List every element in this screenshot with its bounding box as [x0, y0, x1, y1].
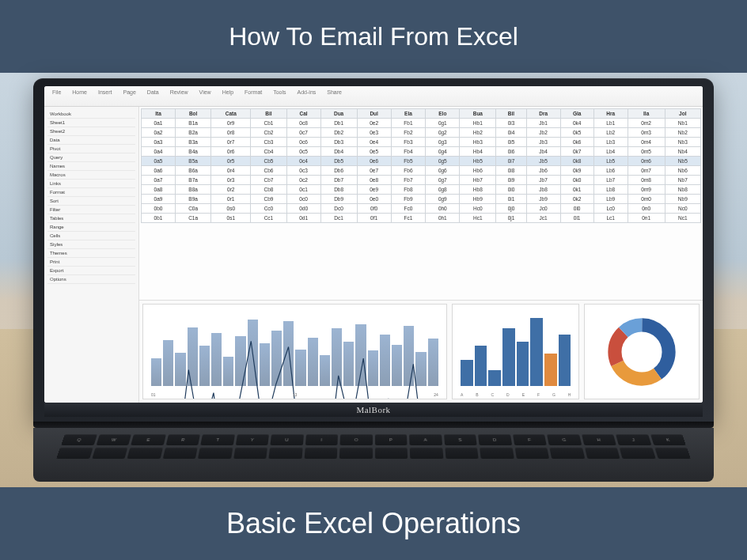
cell[interactable]: Cb7: [251, 176, 286, 185]
cell[interactable]: C1a: [175, 214, 210, 223]
cell[interactable]: Hb9: [460, 195, 496, 204]
cell[interactable]: B7a: [175, 176, 210, 185]
cell[interactable]: 0g5: [426, 157, 460, 166]
cell[interactable]: Dc1: [320, 214, 357, 223]
cell[interactable]: Db6: [320, 166, 357, 176]
cell[interactable]: Lb4: [593, 147, 628, 157]
cell[interactable]: 0g9: [426, 195, 460, 204]
cell[interactable]: Dc0: [320, 204, 357, 214]
cell[interactable]: Lb5: [593, 157, 628, 166]
column-header[interactable]: Bol: [175, 109, 210, 119]
cell[interactable]: 0e8: [357, 176, 391, 185]
cell[interactable]: 0k9: [560, 166, 593, 176]
cell[interactable]: Lb7: [593, 176, 628, 185]
cell[interactable]: 0e2: [357, 119, 391, 128]
cell[interactable]: 0g1: [426, 119, 460, 128]
cell[interactable]: 0i1: [496, 195, 526, 204]
cell[interactable]: 0i9: [496, 176, 526, 185]
cell[interactable]: Nc1: [665, 214, 700, 223]
cell[interactable]: Lb9: [593, 195, 628, 204]
cell[interactable]: Db2: [320, 128, 357, 138]
cell[interactable]: 0k8: [560, 157, 593, 166]
side-item[interactable]: Tables: [47, 214, 135, 223]
cell[interactable]: B5a: [175, 157, 210, 166]
ribbon-tab[interactable]: Page: [123, 89, 135, 103]
cell[interactable]: 0b0: [142, 204, 176, 214]
cell[interactable]: 0r3: [211, 176, 251, 185]
cell[interactable]: 0m4: [628, 138, 665, 147]
table-row[interactable]: 0b1C1a0s1Cc10d1Dc10f1Fc10h1Hc10j1Jc10l1L…: [142, 214, 701, 223]
cell[interactable]: 0s1: [211, 214, 251, 223]
cell[interactable]: 0m0: [628, 195, 665, 204]
cell[interactable]: Fb2: [391, 128, 426, 138]
cell[interactable]: Lb1: [593, 119, 628, 128]
cell[interactable]: Hb3: [460, 138, 496, 147]
cell[interactable]: 0i7: [496, 157, 526, 166]
cell[interactable]: Hb8: [460, 185, 496, 195]
side-item[interactable]: Format: [47, 188, 135, 197]
side-item[interactable]: Styles: [47, 240, 135, 249]
table-row[interactable]: 0a1B1a0r9Cb10c8Db10e2Fb10g1Hb10i3Jb10k4L…: [142, 119, 701, 128]
column-header[interactable]: Bil: [496, 109, 526, 119]
cell[interactable]: 0a2: [142, 128, 176, 138]
cell[interactable]: Cb2: [251, 128, 286, 138]
cell[interactable]: Cb9: [251, 195, 286, 204]
cell[interactable]: 0k2: [560, 195, 593, 204]
column-header[interactable]: Dua: [320, 109, 357, 119]
cell[interactable]: 0f0: [357, 204, 391, 214]
ribbon-tab[interactable]: View: [199, 89, 211, 103]
table-row[interactable]: 0a5B5a0r5Cb50c4Db50e6Fb50g5Hb50i7Jb50k8L…: [142, 157, 701, 166]
cell[interactable]: Hc1: [460, 214, 496, 223]
cell[interactable]: 0r4: [211, 166, 251, 176]
cell[interactable]: B2a: [175, 128, 210, 138]
cell[interactable]: 0a3: [142, 138, 176, 147]
cell[interactable]: 0h0: [426, 204, 460, 214]
cell[interactable]: Hb5: [460, 157, 496, 166]
cell[interactable]: Nb5: [665, 157, 700, 166]
cell[interactable]: 0m5: [628, 147, 665, 157]
table-row[interactable]: 0a2B2a0r8Cb20c7Db20e3Fb20g2Hb20i4Jb20k5L…: [142, 128, 701, 138]
cell[interactable]: 0m3: [628, 128, 665, 138]
cell[interactable]: 0c5: [286, 147, 320, 157]
cell[interactable]: 0n0: [628, 204, 665, 214]
ribbon-tab[interactable]: Insert: [98, 89, 112, 103]
cell[interactable]: 0e0: [357, 195, 391, 204]
side-item[interactable]: Cells: [47, 232, 135, 240]
cell[interactable]: Db4: [320, 147, 357, 157]
cell[interactable]: Fb7: [391, 176, 426, 185]
table-row[interactable]: 0b0C0a0s0Cc00d0Dc00f0Fc00h0Hc00j0Jc00l0L…: [142, 204, 701, 214]
cell[interactable]: Jb1: [526, 119, 560, 128]
cell[interactable]: 0a7: [142, 176, 176, 185]
side-item[interactable]: Names: [47, 162, 135, 171]
cell[interactable]: Hb7: [460, 176, 496, 185]
cell[interactable]: 0m8: [628, 176, 665, 185]
table-row[interactable]: 0a9B9a0r1Cb90c0Db90e0Fb90g9Hb90i1Jb90k2L…: [142, 195, 701, 204]
cell[interactable]: 0i8: [496, 166, 526, 176]
ribbon-tab[interactable]: Tools: [273, 89, 286, 103]
table-row[interactable]: 0a7B7a0r3Cb70c2Db70e8Fb70g7Hb70i9Jb70k0L…: [142, 176, 701, 185]
cell[interactable]: 0m7: [628, 166, 665, 176]
cell[interactable]: Fb8: [391, 185, 426, 195]
cell[interactable]: Hb1: [460, 119, 496, 128]
cell[interactable]: Fb5: [391, 157, 426, 166]
cell[interactable]: 0e7: [357, 166, 391, 176]
table-row[interactable]: 0a6B6a0r4Cb60c3Db60e7Fb60g6Hb60i8Jb60k9L…: [142, 166, 701, 176]
cell[interactable]: 0l1: [560, 214, 593, 223]
cell[interactable]: Lb6: [593, 166, 628, 176]
column-header[interactable]: Dra: [526, 109, 560, 119]
table-row[interactable]: 0a4B4a0r6Cb40c5Db40e5Fb40g4Hb40i6Jb40k7L…: [142, 147, 701, 157]
column-header[interactable]: Gla: [560, 109, 593, 119]
cell[interactable]: B8a: [175, 185, 210, 195]
side-item[interactable]: Print: [47, 258, 135, 267]
cell[interactable]: 0c1: [286, 185, 320, 195]
cell[interactable]: Lc1: [593, 214, 628, 223]
cell[interactable]: Nc0: [665, 204, 700, 214]
cell[interactable]: 0c6: [286, 138, 320, 147]
cell[interactable]: Nb3: [665, 138, 700, 147]
side-item[interactable]: Themes: [47, 249, 135, 258]
side-item[interactable]: Filter: [47, 206, 135, 214]
ribbon-tab[interactable]: Share: [327, 89, 342, 103]
column-header[interactable]: Cal: [286, 109, 320, 119]
ribbon-tab[interactable]: File: [52, 89, 61, 103]
cell[interactable]: Nb7: [665, 176, 700, 185]
